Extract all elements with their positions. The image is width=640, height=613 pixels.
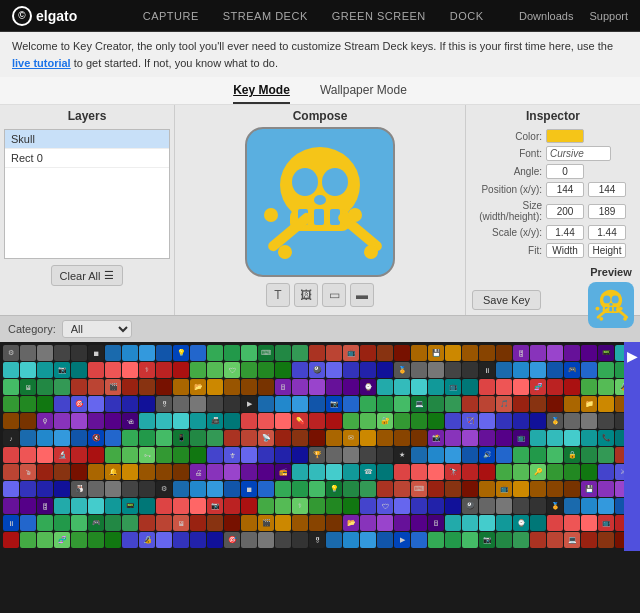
- icon-cell[interactable]: [173, 379, 189, 395]
- icon-cell[interactable]: 📸: [428, 430, 444, 446]
- icon-cell[interactable]: [564, 413, 580, 429]
- icon-cell[interactable]: 📟: [598, 345, 614, 361]
- icon-cell[interactable]: [326, 430, 342, 446]
- icon-cell[interactable]: [309, 413, 325, 429]
- icon-cell[interactable]: 📁: [581, 396, 597, 412]
- icon-cell[interactable]: 🖨: [190, 464, 206, 480]
- icon-cell[interactable]: [20, 481, 36, 497]
- icon-cell[interactable]: [3, 362, 19, 378]
- icon-cell[interactable]: [292, 532, 308, 548]
- icon-cell[interactable]: [615, 396, 624, 412]
- icon-cell[interactable]: [122, 379, 138, 395]
- icon-cell[interactable]: ⚕: [292, 498, 308, 514]
- icon-cell[interactable]: [3, 413, 19, 429]
- icon-cell[interactable]: [139, 515, 155, 531]
- icon-cell[interactable]: [258, 481, 274, 497]
- tool-text[interactable]: T: [266, 283, 290, 307]
- icon-cell[interactable]: [3, 498, 19, 514]
- icon-cell[interactable]: [241, 447, 257, 463]
- icon-cell[interactable]: [598, 464, 614, 480]
- icon-cell[interactable]: [445, 345, 461, 361]
- nav-capture[interactable]: CAPTURE: [143, 10, 199, 22]
- icon-cell[interactable]: 🔬: [54, 447, 70, 463]
- icon-cell[interactable]: 🎙: [37, 413, 53, 429]
- icon-cell[interactable]: [479, 515, 495, 531]
- icon-cell[interactable]: [173, 413, 189, 429]
- support-link[interactable]: Support: [589, 10, 628, 22]
- icon-cell[interactable]: [3, 396, 19, 412]
- icon-cell[interactable]: [190, 447, 206, 463]
- icon-cell[interactable]: [54, 345, 70, 361]
- icon-cell[interactable]: [564, 379, 580, 395]
- icon-cell[interactable]: [20, 413, 36, 429]
- icon-cell[interactable]: [496, 447, 512, 463]
- icon-cell[interactable]: 📷: [54, 362, 70, 378]
- icon-cell[interactable]: [513, 413, 529, 429]
- icon-cell[interactable]: 🗡: [224, 447, 240, 463]
- icon-cell[interactable]: [156, 498, 172, 514]
- icon-cell[interactable]: [428, 447, 444, 463]
- position-y[interactable]: 144: [588, 182, 626, 197]
- icon-cell[interactable]: [377, 481, 393, 497]
- icon-cell[interactable]: [394, 345, 410, 361]
- icon-cell[interactable]: [360, 430, 376, 446]
- icon-cell[interactable]: ☎: [360, 464, 376, 480]
- icon-cell[interactable]: [428, 498, 444, 514]
- icon-cell[interactable]: ▶: [394, 532, 410, 548]
- icon-cell[interactable]: [479, 379, 495, 395]
- icon-cell[interactable]: ⚙: [3, 345, 19, 361]
- angle-value[interactable]: 0: [546, 164, 584, 179]
- icon-cell[interactable]: [581, 379, 597, 395]
- icon-cell[interactable]: [190, 413, 206, 429]
- icon-cell[interactable]: [326, 515, 342, 531]
- icon-cell[interactable]: 📷: [326, 396, 342, 412]
- icon-cell[interactable]: 🎱: [462, 498, 478, 514]
- icon-cell[interactable]: [377, 379, 393, 395]
- icon-cell[interactable]: [479, 345, 495, 361]
- icon-cell[interactable]: ⏸: [3, 515, 19, 531]
- icon-cell[interactable]: [139, 464, 155, 480]
- icon-cell[interactable]: [462, 379, 478, 395]
- icon-cell[interactable]: [156, 345, 172, 361]
- icon-cell[interactable]: [343, 379, 359, 395]
- icon-cell[interactable]: [598, 396, 614, 412]
- icon-cell[interactable]: 📱: [173, 430, 189, 446]
- icon-cell[interactable]: [241, 413, 257, 429]
- icon-cell[interactable]: [462, 362, 478, 378]
- icon-cell[interactable]: [207, 532, 223, 548]
- icon-cell[interactable]: [530, 532, 546, 548]
- icon-cell[interactable]: [122, 532, 138, 548]
- icon-cell[interactable]: [54, 413, 70, 429]
- icon-cell[interactable]: [581, 532, 597, 548]
- icon-cell[interactable]: [530, 362, 546, 378]
- tool-line[interactable]: ▬: [350, 283, 374, 307]
- icon-cell[interactable]: [88, 413, 104, 429]
- icon-cell[interactable]: [54, 464, 70, 480]
- icon-cell[interactable]: [581, 345, 597, 361]
- icon-cell[interactable]: [445, 447, 461, 463]
- icon-cell[interactable]: [462, 532, 478, 548]
- icon-cell[interactable]: [343, 481, 359, 497]
- icon-cell[interactable]: [445, 498, 461, 514]
- icon-cell[interactable]: [496, 498, 512, 514]
- icon-cell[interactable]: [190, 345, 206, 361]
- tab-key-mode[interactable]: Key Mode: [233, 83, 290, 104]
- icon-cell[interactable]: [37, 430, 53, 446]
- icon-cell[interactable]: [20, 396, 36, 412]
- icon-cell[interactable]: [207, 379, 223, 395]
- icon-cell[interactable]: [292, 464, 308, 480]
- icon-cell[interactable]: [581, 498, 597, 514]
- icon-cell[interactable]: [207, 447, 223, 463]
- icon-cell[interactable]: [122, 345, 138, 361]
- icon-cell[interactable]: [564, 430, 580, 446]
- icon-cell[interactable]: 📂: [343, 515, 359, 531]
- icon-cell[interactable]: [394, 430, 410, 446]
- icon-cell[interactable]: [275, 396, 291, 412]
- icon-cell[interactable]: ⌚: [360, 379, 376, 395]
- icon-cell[interactable]: [496, 532, 512, 548]
- icon-cell[interactable]: [156, 362, 172, 378]
- icon-cell[interactable]: [173, 532, 189, 548]
- icon-cell[interactable]: 🔏: [615, 379, 624, 395]
- icon-cell[interactable]: [309, 396, 325, 412]
- icon-cell[interactable]: [479, 430, 495, 446]
